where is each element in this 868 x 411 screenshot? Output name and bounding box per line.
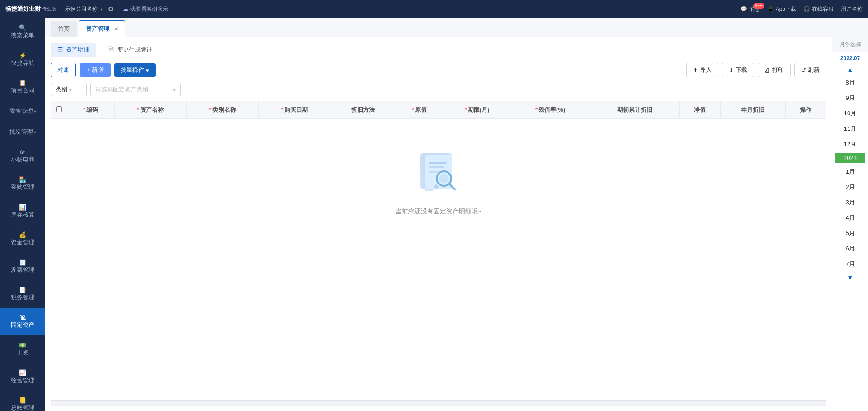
main-layout: 🔍 搜索菜单 ⚡ 快捷导航 📋 项目合同 零售管理 ▾ 批发管理 ▾ 🛍 小畅电… (0, 18, 868, 411)
month-item-6[interactable]: 6月 (832, 241, 868, 256)
month-item-10[interactable]: 10月 (832, 106, 868, 121)
print-button[interactable]: 🖨 打印 (758, 63, 791, 77)
month-item-8[interactable]: 8月 (832, 75, 868, 90)
col-purchase-date: *购买日期 (259, 101, 330, 119)
svg-rect-4 (429, 166, 444, 168)
empty-text: 当前您还没有固定资产明细哦~ (396, 208, 481, 216)
tab-asset-management[interactable]: 资产管理 ✕ (79, 20, 125, 37)
col-name: *资产名称 (114, 101, 186, 119)
category-input[interactable]: 请选择固定资产类别 ▾ (90, 83, 181, 96)
col-residual-rate: *残值率(%) (511, 101, 590, 119)
year-badge-2023[interactable]: 2023 (835, 153, 865, 163)
tab-asset-management-label: 资产管理 (86, 25, 109, 32)
sidebar-item-ledger[interactable]: 📒 总账管理 (0, 391, 45, 411)
sidebar-item-label: 税务管理 (4, 293, 42, 302)
sidebar-item-search[interactable]: 🔍 搜索菜单 (0, 18, 45, 46)
settings-icon[interactable]: ⚙ (108, 5, 114, 13)
demo-link[interactable]: ☁ 我要看实例演示 (123, 5, 168, 13)
app-download-button[interactable]: 📱 App下载 (767, 5, 796, 13)
month-item-2[interactable]: 2月 (832, 180, 868, 195)
company-selector[interactable]: 示例公司名称 ▾ (65, 5, 103, 13)
svg-rect-10 (425, 189, 434, 191)
online-service-label: 在线客服 (812, 5, 834, 13)
user-name: 用户名称 (841, 5, 863, 13)
tab-home[interactable]: 首页 (51, 21, 77, 37)
month-item-3[interactable]: 3月 (832, 195, 868, 210)
print-icon: 🖨 (764, 67, 770, 74)
sidebar-item-label: 经营管理 (4, 376, 42, 384)
sidebar-item-fixed-assets[interactable]: 🏗 固定资产 (0, 308, 45, 335)
fixed-assets-icon: 🏗 (4, 314, 42, 321)
month-nav-up[interactable]: ▲ (832, 64, 868, 75)
tab-close-icon[interactable]: ✕ (114, 26, 118, 32)
checkbox-header[interactable] (51, 101, 67, 119)
app-download-label: App下载 (776, 5, 796, 13)
purchase-icon: 🏪 (4, 176, 42, 183)
month-item-7[interactable]: 7月 (832, 256, 868, 272)
online-service-button[interactable]: 🎧 在线客服 (803, 5, 834, 13)
chevron-down-icon: ▾ (34, 109, 36, 114)
sidebar-item-label: 工资 (4, 349, 42, 357)
sidebar-item-tax[interactable]: 📑 税务管理 (0, 280, 45, 308)
print-label: 打印 (772, 66, 784, 74)
select-all-checkbox[interactable] (56, 106, 62, 112)
tab-bar: 首页 资产管理 ✕ (45, 18, 868, 37)
category-label: 类别 (56, 85, 67, 94)
ledger-icon: 📒 (4, 397, 42, 404)
month-item-1[interactable]: 1月 (832, 164, 868, 180)
demo-label: 我要看实例演示 (130, 5, 168, 13)
sidebar-item-wholesale[interactable]: 批发管理 ▾ (0, 122, 45, 142)
sub-tab-change-voucher[interactable]: 📄 变更生成凭证 (100, 43, 159, 57)
sub-tabs: ☰ 资产明细 📄 变更生成凭证 (51, 43, 826, 57)
app-edition: 专业版 (42, 6, 56, 12)
month-item-4[interactable]: 4月 (832, 210, 868, 226)
sidebar-item-label: 总账管理 (4, 404, 42, 411)
sidebar-item-invoice[interactable]: 🧾 发票管理 (0, 253, 45, 280)
bottom-scrollbar[interactable] (51, 400, 826, 406)
sidebar-item-label: 库存核算 (4, 211, 42, 219)
message-badge: 99+ (753, 3, 764, 9)
month-panel: 月份选择 2022.07 ▲ 8月 9月 10月 11月 12月 2023 1月… (832, 37, 868, 411)
refresh-label: 刷新 (808, 66, 820, 74)
sidebar-item-inventory[interactable]: 📊 库存核算 (0, 198, 45, 225)
reconcile-button[interactable]: 对账 (51, 63, 76, 77)
sidebar-item-label: 项目合同 (4, 86, 42, 94)
month-item-12[interactable]: 12月 (832, 137, 868, 152)
import-button[interactable]: ⬆ 导入 (686, 63, 718, 77)
month-item-5[interactable]: 5月 (832, 226, 868, 241)
toolbar: 对账 + 新增 批量操作 ▾ ⬆ 导入 ⬇ 下载 (51, 63, 826, 77)
sidebar-item-salary[interactable]: 💵 工资 (0, 335, 45, 363)
month-nav-down[interactable]: ▼ (832, 272, 868, 283)
download-icon: ⬇ (729, 67, 734, 74)
col-depreciation-method: 折旧方法 (330, 101, 396, 119)
category-select[interactable]: 类别 ▾ (51, 83, 87, 96)
sidebar-item-retail[interactable]: 零售管理 ▾ (0, 101, 45, 122)
sidebar-item-label: 批发管理 (9, 128, 33, 136)
month-item-9[interactable]: 9月 (832, 90, 868, 106)
batch-button[interactable]: 批量操作 ▾ (114, 63, 156, 77)
add-button[interactable]: + 新增 (80, 63, 111, 77)
sidebar-item-project[interactable]: 📋 项目合同 (0, 73, 45, 101)
sidebar-item-purchase[interactable]: 🏪 采购管理 (0, 170, 45, 198)
table-header-row: *编码 *资产名称 *类别名称 *购买日期 折旧方法 *原值 *期限(月) *残… (51, 101, 826, 119)
inventory-icon: 📊 (4, 204, 42, 211)
message-button[interactable]: 💬 消息 99+ (741, 5, 760, 13)
search-icon: 🔍 (4, 24, 42, 31)
month-item-11[interactable]: 11月 (832, 121, 868, 137)
sub-tab-asset-detail[interactable]: ☰ 资产明细 (51, 43, 96, 57)
chevron-down-icon: ▾ (100, 7, 103, 12)
refresh-button[interactable]: ↺ 刷新 (794, 63, 826, 77)
table-scroll-area[interactable]: *编码 *资产名称 *类别名称 *购买日期 折旧方法 *原值 *期限(月) *残… (51, 101, 826, 400)
sub-tab-change-voucher-label: 变更生成凭证 (117, 46, 152, 54)
chevron-down-icon: ▾ (34, 130, 36, 135)
month-year-label[interactable]: 2022.07 (832, 52, 868, 64)
dropdown-arrow-icon: ▾ (173, 86, 176, 93)
sidebar-item-finance[interactable]: 💰 资金管理 (0, 225, 45, 253)
finance-icon: 💰 (4, 231, 42, 238)
sidebar-item-label: 固定资产 (4, 321, 42, 329)
sidebar-item-quick-nav[interactable]: ⚡ 快捷导航 (0, 46, 45, 73)
download-button[interactable]: ⬇ 下载 (722, 63, 754, 77)
sidebar-item-ecommerce[interactable]: 🛍 小畅电商 (0, 142, 45, 170)
empty-state: 当前您还没有固定资产明细哦~ (51, 119, 826, 243)
sidebar-item-management[interactable]: 📈 经营管理 (0, 363, 45, 391)
